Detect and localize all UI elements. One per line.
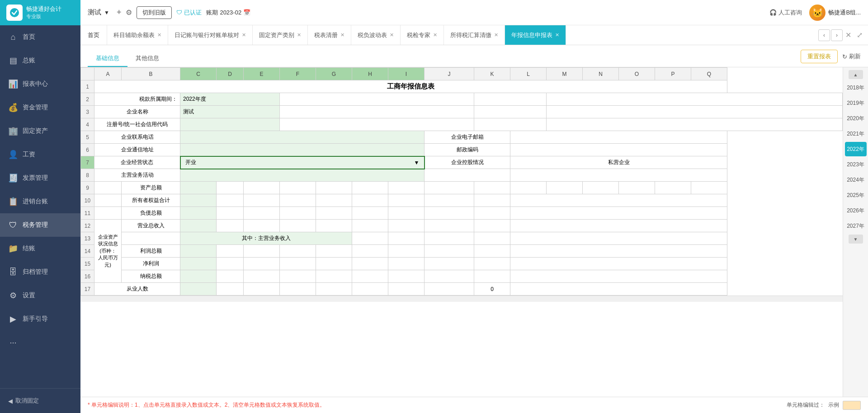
cell-i14[interactable] xyxy=(388,245,425,258)
cell-l4[interactable] xyxy=(547,118,843,131)
cell-a17[interactable]: 从业人数 xyxy=(94,283,180,296)
cell-j9[interactable] xyxy=(425,182,474,194)
sidebar-item-payroll[interactable]: 👤 工资 xyxy=(0,143,80,166)
cell-j4[interactable] xyxy=(474,118,547,131)
sheet-title-cell[interactable]: 工商年报信息表 xyxy=(94,80,727,93)
col-header-b[interactable]: B xyxy=(122,68,180,80)
tab-fixed-cat-close[interactable]: ✕ xyxy=(297,32,301,38)
cell-j12[interactable] xyxy=(425,220,474,232)
cancel-fixed-btn[interactable]: ◀ 取消固定 xyxy=(6,393,74,408)
sidebar-item-funds[interactable]: 💰 资金管理 xyxy=(0,96,80,119)
cell-l12[interactable] xyxy=(510,220,727,232)
cell-c14[interactable] xyxy=(180,245,217,258)
cell-e15[interactable] xyxy=(244,258,280,270)
user-menu[interactable]: 🐱 畅捷通B组... xyxy=(809,5,861,21)
cell-h12[interactable] xyxy=(352,220,388,232)
cell-e9[interactable] xyxy=(244,182,280,194)
cell-i15[interactable] xyxy=(388,258,425,270)
cell-l17[interactable] xyxy=(510,283,727,296)
col-header-i[interactable]: I xyxy=(388,68,425,80)
year-item-2026[interactable]: 2026年 xyxy=(845,203,867,218)
cell-i9[interactable] xyxy=(388,182,425,194)
tab-income-tax[interactable]: 所得税汇算清缴 ✕ xyxy=(444,25,505,45)
cell-q9[interactable] xyxy=(691,182,727,194)
cell-h15[interactable] xyxy=(352,258,388,270)
col-header-q[interactable]: Q xyxy=(691,68,727,80)
cell-h13[interactable] xyxy=(352,232,388,245)
cell-b13[interactable] xyxy=(122,232,180,245)
sub-tab-other[interactable]: 其他信息 xyxy=(127,51,167,67)
cell-k10[interactable] xyxy=(474,194,510,207)
cell-j8[interactable] xyxy=(425,169,510,182)
tab-tax-clear-close[interactable]: ✕ xyxy=(340,32,344,38)
cell-a12[interactable]: 企业资产状况信息(币种：人民币万元) xyxy=(94,220,122,283)
col-header-a[interactable]: A xyxy=(94,68,122,80)
cell-j5[interactable]: 企业电子邮箱 xyxy=(425,131,510,144)
cell-d16[interactable] xyxy=(217,270,244,283)
cell-d12[interactable] xyxy=(217,220,244,232)
year-item-2027[interactable]: 2027年 xyxy=(845,219,867,233)
cell-e16[interactable] xyxy=(244,270,280,283)
cell-j16[interactable] xyxy=(425,270,474,283)
cell-c10[interactable] xyxy=(180,194,217,207)
tab-close-all-button[interactable]: ✕ xyxy=(844,31,853,39)
cell-e14[interactable] xyxy=(244,245,280,258)
switch-version-button[interactable]: 切到旧版 xyxy=(137,6,172,19)
cell-h11[interactable] xyxy=(352,207,388,220)
cell-d14[interactable] xyxy=(217,245,244,258)
spreadsheet[interactable]: A B C D E F G H I J K L xyxy=(80,67,843,397)
cell-k13[interactable] xyxy=(474,232,510,245)
cell-f2[interactable] xyxy=(280,93,474,106)
cell-b10[interactable]: 所有者权益合计 xyxy=(122,194,180,207)
cell-i12[interactable] xyxy=(388,220,425,232)
sidebar-item-guide[interactable]: ▶ 新手引导 xyxy=(0,307,80,331)
cell-k11[interactable] xyxy=(474,207,510,220)
cell-h14[interactable] xyxy=(352,245,388,258)
cell-k15[interactable] xyxy=(474,258,510,270)
cell-g10[interactable] xyxy=(316,194,352,207)
col-header-c[interactable]: C xyxy=(180,68,217,80)
cell-a11[interactable] xyxy=(94,207,122,220)
cell-b12[interactable]: 营业总收入 xyxy=(122,220,180,232)
cell-i10[interactable] xyxy=(388,194,425,207)
cell-f4[interactable] xyxy=(280,118,474,131)
cell-k17[interactable]: 0 xyxy=(474,283,510,296)
cell-i11[interactable] xyxy=(388,207,425,220)
sidebar-item-tax[interactable]: 🛡 税务管理 xyxy=(0,213,80,237)
cell-k14[interactable] xyxy=(474,245,510,258)
cell-a6[interactable]: 企业通信地址 xyxy=(94,144,180,156)
sidebar-item-archive[interactable]: 🗄 归档管理 xyxy=(0,260,80,284)
cell-d17[interactable] xyxy=(217,283,244,296)
tab-journal[interactable]: 日记账与银行对账单核对 ✕ xyxy=(168,25,253,45)
cell-l6[interactable] xyxy=(510,144,727,156)
tab-tax-check[interactable]: 税检专家 ✕ xyxy=(401,25,444,45)
cell-f3[interactable] xyxy=(280,106,474,118)
cell-a10[interactable] xyxy=(94,194,122,207)
cell-b14[interactable]: 利润总额 xyxy=(122,245,180,258)
cell-a5[interactable]: 企业联系电话 xyxy=(94,131,180,144)
cell-j11[interactable] xyxy=(425,207,474,220)
tab-prev-button[interactable]: ‹ xyxy=(818,29,830,41)
cell-f16[interactable] xyxy=(280,270,316,283)
consult-button[interactable]: 🎧 人工咨询 xyxy=(769,9,802,17)
cell-k16[interactable] xyxy=(474,270,510,283)
sub-tab-basic[interactable]: 基础信息 xyxy=(88,51,127,67)
year-scroll-up-button[interactable]: ▲ xyxy=(849,70,863,79)
year-item-2020[interactable]: 2020年 xyxy=(845,111,867,126)
cell-c11[interactable] xyxy=(180,207,217,220)
cell-j10[interactable] xyxy=(425,194,474,207)
cell-g11[interactable] xyxy=(316,207,352,220)
cell-b15[interactable]: 净利润 xyxy=(122,258,180,270)
col-header-h[interactable]: H xyxy=(352,68,388,80)
cell-l8[interactable] xyxy=(510,169,727,182)
col-header-o[interactable]: O xyxy=(619,68,655,80)
col-header-j[interactable]: J xyxy=(425,68,474,80)
expand-icon[interactable]: ⤢ xyxy=(854,31,865,39)
sidebar-item-closing[interactable]: 📁 结账 xyxy=(0,237,80,260)
tab-next-button[interactable]: › xyxy=(831,29,843,41)
tab-annual-close[interactable]: ✕ xyxy=(555,32,559,38)
cell-b16[interactable]: 纳税总额 xyxy=(122,270,180,283)
sidebar-item-reports[interactable]: 📊 报表中心 xyxy=(0,72,80,96)
cell-o9[interactable] xyxy=(619,182,655,194)
year-item-2019[interactable]: 2019年 xyxy=(845,96,867,110)
